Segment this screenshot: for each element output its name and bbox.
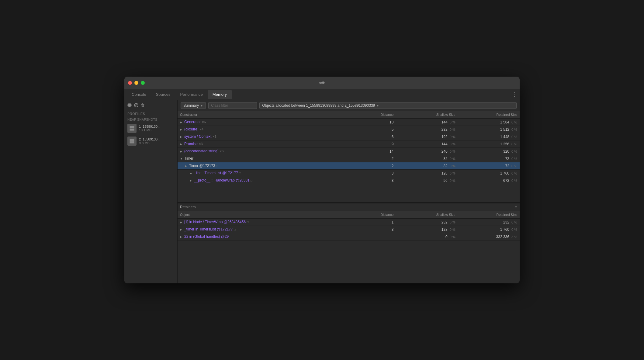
expand-icon[interactable]: ▼ (180, 157, 184, 161)
main-panel: Summary ▼ Objects allocated between 1_15… (178, 100, 520, 283)
node-count: ×3 (213, 135, 216, 138)
snapshot-item-1[interactable]: 1_15589130... 10.1 MB (124, 122, 177, 135)
ret-cell-object: ▶_timer in TimersList @172177 □ (178, 226, 366, 233)
retainers-menu-icon[interactable]: ≡ (515, 205, 517, 209)
retainers-section: Retainers ≡ Object Distance Shallow Size… (178, 203, 520, 260)
table-row[interactable]: ▶Timer @172173 □232 0 %72 0 % (178, 162, 520, 170)
cell-shallow-size: 192 0 % (396, 133, 458, 140)
object-name: 22 in (Global handles) @29 (184, 234, 229, 239)
svg-rect-7 (132, 141, 134, 144)
retainers-header-row: Object Distance Shallow Size Retained Si… (178, 211, 520, 219)
retained-pct: 0 % (511, 157, 517, 161)
sub-toolbar: Summary ▼ Objects allocated between 1_15… (178, 100, 520, 111)
cell-retained-size: 320 0 % (458, 148, 520, 155)
cell-distance: 6 (366, 133, 396, 140)
node-count: ×6 (220, 149, 224, 153)
constructor-name: system / Context (184, 134, 211, 139)
cell-distance: 5 (366, 126, 396, 133)
retainers-header: Retainers ≡ (178, 203, 520, 211)
retainer-row[interactable]: ▶22 in (Global handles) @29–0 0 %332 336… (178, 233, 520, 241)
expand-icon[interactable]: ▶ (180, 235, 184, 239)
table-row[interactable]: ▶system / Context×36192 0 %1 448 0 % (178, 133, 520, 140)
snapshot-icon-2 (127, 137, 137, 146)
stop-button[interactable]: ⊘ (134, 103, 138, 107)
table-row[interactable]: ▼Timer232 0 %72 0 % (178, 155, 520, 162)
svg-rect-1 (132, 126, 134, 128)
svg-rect-2 (130, 129, 132, 131)
svg-rect-5 (132, 139, 134, 141)
expand-icon[interactable]: ▶ (180, 121, 184, 124)
class-filter-input[interactable] (208, 102, 257, 109)
table-row[interactable]: ▶Generator×610144 0 %1 584 0 % (178, 119, 520, 126)
col-retained-size: Retained Size (458, 111, 520, 119)
table-row[interactable]: ▶_list :: TimersList @172177 □3128 0 %1 … (178, 170, 520, 177)
ret-cell-retained: 232 0 % (458, 219, 520, 226)
cell-shallow-size: 144 0 % (396, 140, 458, 148)
window-title: ndb (319, 81, 325, 85)
retained-pct: 0 % (511, 128, 517, 131)
tab-memory[interactable]: Memory (208, 90, 232, 99)
retainer-row[interactable]: ▶_timer in TimersList @172177 □3128 0 %1… (178, 226, 520, 233)
table-header-row: Constructor Distance Shallow Size Retain… (178, 111, 520, 119)
ret-col-distance: Distance (366, 211, 396, 219)
retained-pct: 0 % (511, 150, 517, 153)
constructor-name: _list :: TimersList @172177 (194, 171, 238, 175)
expand-icon[interactable]: ▶ (180, 221, 184, 224)
node-marker-icon: □ (216, 164, 218, 168)
bottom-bar (178, 260, 520, 268)
minimize-button[interactable] (134, 81, 138, 85)
expand-icon[interactable]: ▶ (180, 150, 184, 154)
retained-pct: 0 % (511, 171, 517, 175)
constructor-name: Timer @172173 (189, 164, 215, 168)
view-mode-dropdown[interactable]: Summary ▼ (181, 102, 206, 109)
table-row[interactable]: ▶(closure)×45232 0 %1 512 0 % (178, 126, 520, 133)
objects-filter-dropdown[interactable]: Objects allocated between 1_155891308989… (259, 102, 517, 109)
retained-pct: 3 % (511, 235, 517, 239)
table-row[interactable]: ▶(concatenated string)×614240 0 %320 0 % (178, 148, 520, 155)
cell-shallow-size: 232 0 % (396, 126, 458, 133)
snapshot-info-2: 2_15589130... 9.8 MB (139, 137, 174, 145)
sidebar-toolbar: ⊘ 🗑 (124, 100, 177, 110)
more-options-button[interactable]: ⋮ (512, 92, 517, 97)
table-row[interactable]: ▶__proto__ :: HandleWrap @28381 □356 0 %… (178, 177, 520, 184)
chevron-down-icon: ▼ (200, 104, 203, 107)
cell-distance: 3 (366, 170, 396, 177)
tab-performance[interactable]: Performance (175, 90, 207, 99)
expand-icon[interactable]: ▶ (185, 164, 189, 168)
expand-icon[interactable]: ▶ (190, 172, 193, 175)
close-button[interactable] (128, 81, 132, 85)
shallow-pct: 0 % (449, 228, 455, 231)
node-marker-icon: □ (247, 220, 248, 224)
col-constructor: Constructor (178, 111, 366, 119)
ret-cell-distance: – (366, 233, 396, 241)
ret-cell-distance: 1 (366, 219, 396, 226)
col-distance: Distance (366, 111, 396, 119)
retainer-row[interactable]: ▶[1] in Node / TimerWrap @268435456 □123… (178, 219, 520, 226)
sidebar: ⊘ 🗑 PROFILES HEAP SNAPSHOTS 1_15589130..… (124, 100, 178, 283)
profiles-label: PROFILES (124, 110, 177, 117)
record-button[interactable] (127, 103, 132, 107)
expand-icon[interactable]: ▶ (190, 179, 193, 183)
maximize-button[interactable] (141, 81, 145, 85)
svg-rect-4 (130, 139, 132, 141)
cell-constructor: ▶system / Context×3 (178, 133, 366, 140)
expand-icon[interactable]: ▶ (180, 228, 184, 232)
snapshot-item-2[interactable]: 2_15589130... 9.8 MB (124, 135, 177, 147)
table-row[interactable]: ▶Promise×39144 0 %1 256 0 % (178, 140, 520, 148)
expand-icon[interactable]: ▶ (180, 128, 184, 132)
ret-col-object: Object (178, 211, 366, 219)
expand-icon[interactable]: ▶ (180, 143, 184, 146)
clear-button[interactable]: 🗑 (141, 103, 145, 107)
expand-icon[interactable]: ▶ (180, 135, 184, 139)
constructor-name: (closure) (184, 127, 199, 131)
object-name: _timer in TimersList @172177 (184, 227, 233, 231)
shallow-pct: 0 % (449, 171, 455, 175)
tab-sources[interactable]: Sources (151, 90, 175, 99)
object-name: [1] in Node / TimerWrap @268435456 (184, 220, 246, 224)
svg-rect-3 (132, 129, 134, 131)
tab-console[interactable]: Console (127, 90, 151, 99)
cell-constructor: ▶Promise×3 (178, 140, 366, 148)
filter-chevron-icon: ▼ (376, 104, 379, 107)
summary-label: Summary (183, 103, 199, 108)
constructor-name: Promise (184, 142, 198, 146)
